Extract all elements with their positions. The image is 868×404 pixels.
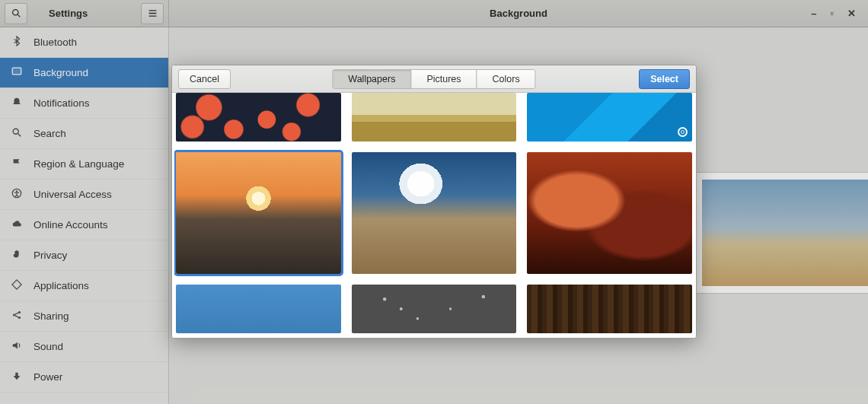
- wallpaper-thumb-farm[interactable]: [352, 93, 517, 142]
- tab-wallpapers[interactable]: Wallpapers: [333, 70, 410, 88]
- wallpaper-thumb-canyon[interactable]: [527, 152, 692, 274]
- wallpaper-chooser-dialog: Cancel WallpapersPicturesColors Select: [171, 65, 697, 339]
- wallpaper-thumb-flowers[interactable]: [176, 93, 341, 142]
- tab-switcher: WallpapersPicturesColors: [332, 69, 535, 89]
- wallpaper-thumb-blue-flat[interactable]: [176, 285, 341, 333]
- slideshow-badge-icon: [678, 127, 688, 137]
- tab-pictures[interactable]: Pictures: [410, 70, 476, 88]
- wallpaper-thumb-wood[interactable]: [527, 285, 692, 333]
- wallpaper-grid: [174, 93, 694, 338]
- wallpaper-thumb-grey-dots[interactable]: [352, 285, 517, 333]
- tab-colors[interactable]: Colors: [477, 70, 535, 88]
- dialog-header: Cancel WallpapersPicturesColors Select: [172, 65, 696, 93]
- cancel-button[interactable]: Cancel: [178, 69, 231, 89]
- wallpaper-thumb-blue-geo[interactable]: [527, 93, 692, 142]
- wallpaper-thumb-desert[interactable]: [352, 152, 517, 274]
- select-button[interactable]: Select: [639, 69, 690, 89]
- wallpaper-thumb-ocean[interactable]: [176, 152, 341, 274]
